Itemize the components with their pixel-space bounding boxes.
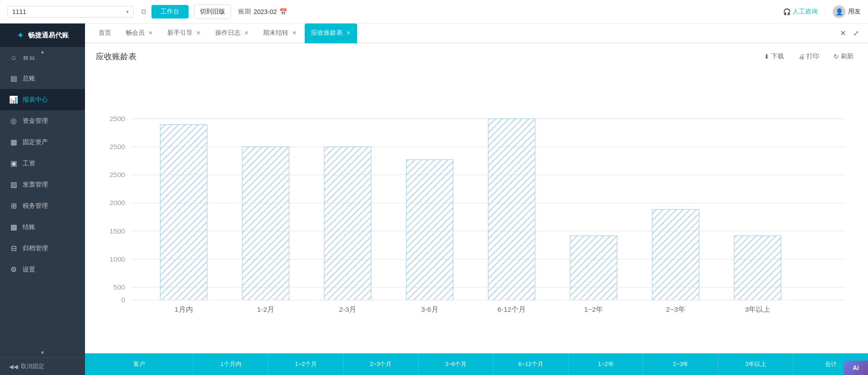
tab-aging-label: 应收账龄表	[311, 29, 343, 37]
bar-3年以上	[734, 236, 781, 300]
sidebar-item-tax[interactable]: ⊞ 税务管理	[0, 195, 85, 216]
maximize-btn[interactable]: ⤢	[851, 27, 861, 39]
logo-text: 畅捷通易代账	[28, 31, 69, 40]
sidebar-label-archive: 归档管理	[23, 244, 48, 253]
col-customer: 客户	[85, 353, 193, 375]
sidebar-label-close: 结账	[23, 223, 35, 231]
col-2-3year: 2~3年	[643, 353, 718, 375]
chevron-down-icon: ▾	[126, 9, 129, 15]
avatar: 👤	[833, 5, 845, 18]
svg-text:2-3月: 2-3月	[339, 305, 356, 313]
col-6-12month: 6~12个月	[494, 353, 569, 375]
close-all-tabs-btn[interactable]: ✕	[838, 27, 848, 39]
refresh-label: 刷新	[841, 52, 854, 61]
sidebar-item-close[interactable]: ▩ 结账	[0, 216, 85, 238]
tab-member[interactable]: 畅会员 ✕	[119, 23, 159, 43]
tab-guide[interactable]: 新手引导 ✕	[161, 23, 207, 43]
tab-oplog[interactable]: 操作日志 ✕	[209, 23, 255, 43]
download-label: 下载	[771, 52, 784, 61]
salary-icon: ▣	[9, 159, 18, 168]
close-accounts-icon: ▩	[9, 223, 18, 231]
company-name: 1111	[12, 8, 123, 15]
consult-button[interactable]: 🎧 人工咨询	[783, 8, 818, 16]
settings-icon: ⚙	[9, 265, 18, 274]
svg-text:0: 0	[121, 296, 125, 304]
sidebar-item-funds[interactable]: ◎ 资金管理	[0, 110, 85, 131]
tab-bar: 首页 畅会员 ✕ 新手引导 ✕ 操作日志 ✕ 期末结转 ✕ 应收账龄表 ✕	[85, 23, 868, 43]
aging-chart: 2500 2500 2500 2000 1500 1000 500 0	[96, 75, 857, 350]
user-area[interactable]: 👤 用友	[833, 5, 861, 18]
sidebar-label-tax: 税务管理	[23, 202, 48, 210]
tab-period-end-close[interactable]: ✕	[292, 30, 297, 36]
bar-1月内	[160, 125, 207, 300]
sidebar-item-salary[interactable]: ▣ 工资	[0, 153, 85, 174]
sidebar-item-archive[interactable]: ⊟ 归档管理	[0, 238, 85, 259]
user-name: 用友	[848, 8, 861, 16]
bar-2-3年	[652, 210, 699, 300]
calendar-icon[interactable]: 📅	[279, 8, 287, 15]
sidebar-label-funds: 资金管理	[23, 117, 48, 125]
main-layout: ✦ 畅捷通易代账 ▲ ⌂ 首页 ▤ 总账 📊 报表中心 ◎ 资金管理 ▦	[0, 23, 868, 375]
print-label: 打印	[807, 52, 819, 61]
switch-version-button[interactable]: 切到旧版	[194, 5, 231, 19]
tab-period-end-label: 期末结转	[263, 29, 288, 37]
tab-home[interactable]: 首页	[92, 23, 118, 43]
sidebar-item-assets[interactable]: ▦ 固定资产	[0, 131, 85, 153]
scroll-up-btn[interactable]: ▲	[0, 47, 85, 56]
col-1-2year: 1~2年	[569, 353, 644, 375]
svg-text:3-6月: 3-6月	[421, 305, 438, 313]
page-header: 应收账龄表 ⬇ 下载 🖨 打印 ↻ 刷新	[85, 43, 868, 68]
chart-container: 2500 2500 2500 2000 1500 1000 500 0	[85, 68, 868, 353]
tab-oplog-label: 操作日志	[215, 29, 241, 37]
assets-icon: ▦	[9, 138, 18, 146]
tax-icon: ⊞	[9, 202, 18, 210]
page-actions: ⬇ 下载 🖨 打印 ↻ 刷新	[760, 51, 857, 62]
pin-icon: ◀◀	[9, 363, 18, 370]
sidebar-item-reports[interactable]: 📊 报表中心	[0, 89, 85, 110]
print-button[interactable]: 🖨 打印	[795, 51, 823, 62]
ledger-icon: ▤	[9, 74, 18, 83]
svg-text:6-12个月: 6-12个月	[497, 305, 526, 313]
reports-icon: 📊	[9, 95, 18, 104]
sidebar-item-settings[interactable]: ⚙ 设置	[0, 259, 85, 280]
tab-aging[interactable]: 应收账龄表 ✕	[305, 23, 357, 43]
bar-3-6月	[406, 159, 453, 300]
period-area: 账期 2023-02 📅	[238, 8, 287, 16]
logo-icon: ✦	[17, 30, 24, 41]
period-value: 2023-02	[254, 8, 277, 15]
tab-member-close[interactable]: ✕	[148, 30, 153, 36]
scroll-down-btn[interactable]: ▼	[0, 348, 85, 357]
sidebar-logo: ✦ 畅捷通易代账	[0, 23, 85, 47]
svg-text:2500: 2500	[109, 143, 125, 150]
tab-oplog-close[interactable]: ✕	[244, 30, 249, 36]
col-3-6month: 3~6个月	[419, 353, 494, 375]
funds-icon: ◎	[9, 117, 18, 125]
svg-text:3年以上: 3年以上	[745, 305, 770, 313]
svg-text:2~3年: 2~3年	[666, 305, 685, 313]
sidebar-item-invoice[interactable]: ▨ 发票管理	[0, 174, 85, 195]
archive-icon: ⊟	[9, 244, 18, 253]
workbench-button[interactable]: 工作台	[151, 5, 189, 19]
company-selector[interactable]: 1111 ▾	[7, 6, 134, 18]
tab-guide-close[interactable]: ✕	[196, 30, 201, 36]
content-area: 首页 畅会员 ✕ 新手引导 ✕ 操作日志 ✕ 期末结转 ✕ 应收账龄表 ✕	[85, 23, 868, 375]
download-button[interactable]: ⬇ 下载	[760, 51, 788, 62]
svg-text:2000: 2000	[109, 199, 125, 206]
col-2-3month: 2~3个月	[344, 353, 419, 375]
refresh-icon: ↻	[834, 53, 839, 60]
svg-text:1000: 1000	[109, 255, 125, 263]
tab-aging-close[interactable]: ✕	[346, 30, 351, 36]
sidebar-item-ledger[interactable]: ▤ 总账	[0, 68, 85, 89]
ai-badge[interactable]: Ai	[844, 361, 868, 375]
svg-text:1500: 1500	[109, 227, 125, 235]
col-3year-plus: 3年以上	[718, 353, 793, 375]
copy-icon[interactable]: ⧉	[141, 8, 146, 16]
sidebar-label-invoice: 发票管理	[23, 181, 48, 189]
refresh-button[interactable]: ↻ 刷新	[830, 51, 857, 62]
svg-text:1~2年: 1~2年	[584, 305, 603, 313]
cancel-fixed-btn[interactable]: ◀◀ 取消固定	[0, 357, 85, 375]
sidebar: ✦ 畅捷通易代账 ▲ ⌂ 首页 ▤ 总账 📊 报表中心 ◎ 资金管理 ▦	[0, 23, 85, 375]
page-content: 应收账龄表 ⬇ 下载 🖨 打印 ↻ 刷新	[85, 43, 868, 375]
tab-period-end[interactable]: 期末结转 ✕	[257, 23, 303, 43]
tab-member-label: 畅会员	[126, 29, 145, 37]
